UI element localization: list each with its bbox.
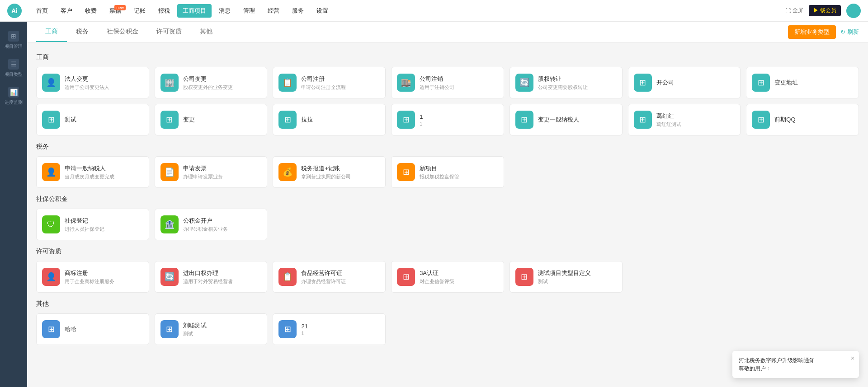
card-icon: 🔄 <box>160 268 179 286</box>
card-股权转让[interactable]: 🔄 股权转让 公司变更需要股权转让 <box>509 67 623 98</box>
card-desc: 对企业信誉评级 <box>420 278 498 285</box>
card-icon: ⊞ <box>634 111 652 129</box>
card-拉拉[interactable]: ⊞ 拉拉 <box>273 104 386 135</box>
nav-items: 首页客户收费票据new记账报税工商项目消息管理经营服务设置 <box>31 4 785 18</box>
card-name: 公司注册 <box>301 75 380 83</box>
card-name: 社保登记 <box>65 217 143 225</box>
notification-close-btn[interactable]: × <box>851 354 854 362</box>
card-公司变更[interactable]: 🏢 公司变更 股权变更外的业务变更 <box>155 67 268 98</box>
card-name: 公司变更 <box>183 75 262 83</box>
card-name: 拉拉 <box>301 116 380 124</box>
sidebar-icon: 📊 <box>8 87 19 98</box>
nav-item-客户[interactable]: 客户 <box>55 4 78 18</box>
card-icon: ⊞ <box>515 111 533 129</box>
card-前期QQ[interactable]: ⊞ 前期QQ <box>746 104 859 135</box>
sidebar-item-项目管理[interactable]: ⊞ 项目管理 <box>0 26 27 54</box>
add-type-button[interactable]: 新增业务类型 <box>788 25 836 39</box>
tab-税务[interactable]: 税务 <box>67 22 98 42</box>
card-icon: 🏦 <box>160 215 179 233</box>
card-申请一般纳税人[interactable]: 👤 申请一般纳税人 当月或次月成变更完成 <box>36 156 149 188</box>
card-变更[interactable]: ⊞ 变更 <box>155 104 268 135</box>
fullscreen-btn[interactable]: ⛶ 全屏 <box>785 7 803 14</box>
card-desc: 拿到营业执照的新公司 <box>301 173 380 180</box>
sidebar-item-进度监测[interactable]: 📊 进度监测 <box>0 82 27 110</box>
card-测试项目类型目定义[interactable]: ⊞ 测试项目类型目定义 测试 <box>509 261 623 293</box>
vip-btn[interactable]: ▶ 畅会员 <box>809 5 841 16</box>
nav-item-消息[interactable]: 消息 <box>213 4 236 18</box>
card-name: 公司注销 <box>420 75 498 83</box>
card-icon: ⊞ <box>160 320 179 338</box>
card-公司注销[interactable]: 🏬 公司注销 适用于注销公司 <box>391 67 504 98</box>
nav-item-首页[interactable]: 首页 <box>31 4 53 18</box>
card-哈哈[interactable]: ⊞ 哈哈 <box>36 313 149 345</box>
card-变更地址[interactable]: ⊞ 变更地址 <box>746 67 859 98</box>
card-21[interactable]: ⊞ 21 1 <box>273 313 386 345</box>
card-desc: 1 <box>420 121 498 126</box>
card-name: 变更地址 <box>774 79 853 87</box>
card-desc: 报税加税控盘保管 <box>420 173 498 180</box>
card-name: 刘聪测试 <box>183 322 262 330</box>
card-新项目[interactable]: ⊞ 新项目 报税加税控盘保管 <box>391 156 504 188</box>
nav-item-工商项目[interactable]: 工商项目 <box>177 4 212 18</box>
card-name: 法人变更 <box>65 75 143 83</box>
card-desc: 办理公积金相关业务 <box>183 226 262 233</box>
tab-许可资质[interactable]: 许可资质 <box>147 22 191 42</box>
card-进出口权办理[interactable]: 🔄 进出口权办理 适用于对外贸易经营者 <box>155 261 268 293</box>
card-申请发票[interactable]: 📄 申请发票 办理申请发票业务 <box>155 156 268 188</box>
card-商标注册[interactable]: 👤 商标注册 用于企业商标注册服务 <box>36 261 149 293</box>
card-变更一般纳税人[interactable]: ⊞ 变更一般纳税人 <box>509 104 623 135</box>
top-nav: Ai 首页客户收费票据new记账报税工商项目消息管理经营服务设置 ⛶ 全屏 ▶ … <box>0 0 868 22</box>
card-icon: 📋 <box>278 268 297 286</box>
card-icon: 👤 <box>42 74 60 92</box>
tab-items: 工商税务社保公积金许可资质其他 <box>36 22 222 42</box>
tab-社保公积金[interactable]: 社保公积金 <box>98 22 147 42</box>
nav-item-记账[interactable]: 记账 <box>128 4 151 18</box>
refresh-button[interactable]: ↻ 刷新 <box>840 28 859 36</box>
card-公司注册[interactable]: 📋 公司注册 申请公司注册全流程 <box>273 67 386 98</box>
card-desc: 测试 <box>538 278 617 285</box>
card-name: 新项目 <box>420 164 498 173</box>
card-icon: ⊞ <box>752 74 770 92</box>
sidebar-item-项目类型[interactable]: ☰ 项目类型 <box>0 54 27 82</box>
nav-item-服务[interactable]: 服务 <box>287 4 309 18</box>
card-desc: 适用于注销公司 <box>420 84 498 91</box>
card-desc: 办理食品经营许可证 <box>301 278 380 285</box>
nav-item-收费[interactable]: 收费 <box>80 4 102 18</box>
card-葛红红[interactable]: ⊞ 葛红红 葛红红测试 <box>628 104 741 135</box>
card-name: 开公司 <box>656 79 735 87</box>
user-avatar[interactable] <box>846 4 861 18</box>
card-开公司[interactable]: ⊞ 开公司 <box>628 67 741 98</box>
card-1[interactable]: ⊞ 1 1 <box>391 104 504 135</box>
notification-popup: × 河北税务数字账户升级影响通知 尊敬的用户： <box>732 351 859 378</box>
card-name: 食品经营许可证 <box>301 269 380 277</box>
notification-text: 河北税务数字账户升级影响通知 尊敬的用户： <box>739 356 853 373</box>
card-desc: 进行人员社保登记 <box>65 226 143 233</box>
nav-item-管理[interactable]: 管理 <box>238 4 260 18</box>
nav-item-报税[interactable]: 报税 <box>153 4 175 18</box>
card-社保登记[interactable]: 🛡 社保登记 进行人员社保登记 <box>36 209 149 240</box>
card-测试[interactable]: ⊞ 测试 <box>36 104 149 135</box>
card-刘聪测试[interactable]: ⊞ 刘聪测试 测试 <box>155 313 268 345</box>
card-icon: 🏬 <box>397 74 415 92</box>
card-icon: ⊞ <box>634 74 652 92</box>
section-title-shebao: 社保公积金 <box>36 195 859 203</box>
nav-item-设置[interactable]: 设置 <box>311 4 334 18</box>
card-desc: 测试 <box>183 331 262 337</box>
card-法人变更[interactable]: 👤 法人变更 适用于公司变更法人 <box>36 67 149 98</box>
card-desc: 办理申请发票业务 <box>183 173 262 180</box>
sidebar-icon: ☰ <box>8 59 19 70</box>
nav-item-票据[interactable]: 票据new <box>104 4 127 18</box>
card-desc: 适用于公司变更法人 <box>65 84 143 91</box>
logo[interactable]: Ai <box>7 4 22 18</box>
card-desc: 适用于对外贸易经营者 <box>183 278 262 285</box>
card-税务报道+记账[interactable]: 💰 税务报道+记账 拿到营业执照的新公司 <box>273 156 386 188</box>
section-xuke: 许可资质 👤 商标注册 用于企业商标注册服务 🔄 进出口权办理 适用于对外贸易经… <box>36 247 859 293</box>
card-食品经营许可证[interactable]: 📋 食品经营许可证 办理食品经营许可证 <box>273 261 386 293</box>
card-icon: ⊞ <box>42 111 60 129</box>
card-name: 1 <box>420 113 498 120</box>
tab-工商[interactable]: 工商 <box>36 22 67 42</box>
card-3A认证[interactable]: ⊞ 3A认证 对企业信誉评级 <box>391 261 504 293</box>
tab-其他[interactable]: 其他 <box>191 22 222 42</box>
nav-item-经营[interactable]: 经营 <box>262 4 285 18</box>
card-公积金开户[interactable]: 🏦 公积金开户 办理公积金相关业务 <box>155 209 268 240</box>
